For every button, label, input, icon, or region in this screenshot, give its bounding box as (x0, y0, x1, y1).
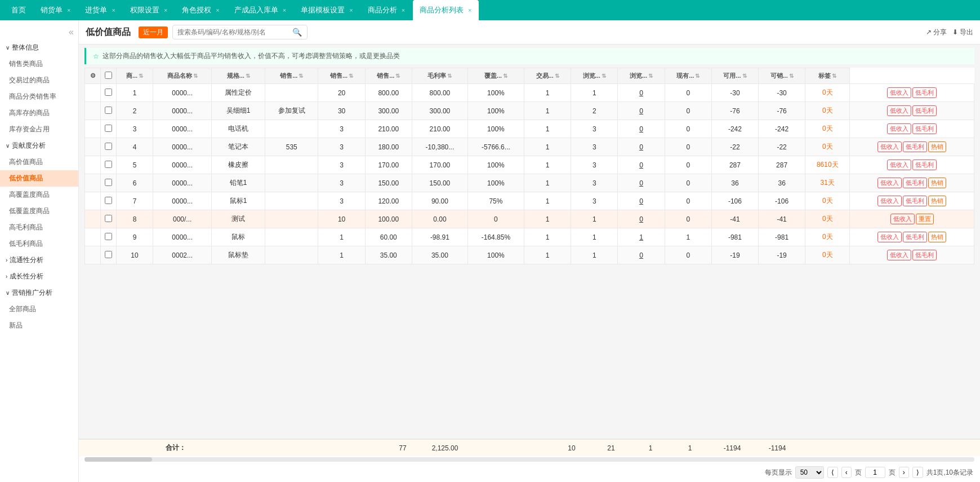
row-checkbox[interactable] (101, 210, 117, 228)
sidebar-group-贡献度分析[interactable]: ∨贡献度分析 (0, 138, 78, 154)
page-size-select[interactable]: 50 100 200 (795, 466, 824, 479)
sidebar-item-商品分类销售率[interactable]: 商品分类销售率 (0, 89, 78, 105)
sidebar-item-高价值商品[interactable]: 高价值商品 (0, 154, 78, 170)
row-checkbox[interactable] (101, 120, 117, 138)
row-select-checkbox[interactable] (105, 89, 112, 96)
sidebar-item-库存资金占用[interactable]: 库存资金占用 (0, 121, 78, 138)
sidebar-group-流通性分析[interactable]: ›流通性分析 (0, 252, 78, 268)
row-select-checkbox[interactable] (105, 107, 112, 114)
row-view1[interactable]: 0 (618, 102, 665, 120)
th-salable[interactable]: 可销...⇅ (759, 68, 805, 84)
row-view1[interactable]: 0 (618, 138, 665, 156)
nav-tab-商品分析列表[interactable]: 商品分析列表× (413, 0, 478, 20)
row-select-checkbox[interactable] (105, 215, 112, 222)
th-cov[interactable]: 覆盖...⇅ (467, 68, 524, 84)
th-qty[interactable]: 销售...⇅ (265, 68, 318, 84)
row-checkbox[interactable] (101, 102, 117, 120)
nav-tab-单据模板设置[interactable]: 单据模板设置× (294, 0, 359, 20)
sidebar-item-低价值商品[interactable]: 低价值商品 (0, 170, 78, 187)
th-avail[interactable]: 可用...⇅ (711, 68, 758, 84)
sidebar-item-低毛利商品[interactable]: 低毛利商品 (0, 236, 78, 252)
row-profit: 100% (467, 102, 524, 120)
row-checkbox[interactable] (101, 156, 117, 174)
row-select-checkbox[interactable] (105, 233, 112, 240)
th-spec[interactable]: 规格...⇅ (212, 68, 265, 84)
th-profit[interactable]: 毛利率⇅ (412, 68, 467, 84)
th-checkbox[interactable] (101, 68, 117, 84)
sidebar-item-交易过的商品[interactable]: 交易过的商品 (0, 72, 78, 89)
row-select-checkbox[interactable] (105, 251, 112, 258)
search-input[interactable] (177, 28, 290, 36)
row-select-checkbox[interactable] (105, 125, 112, 132)
row-checkbox[interactable] (101, 84, 117, 102)
top-nav: 首页销货单×进货单×权限设置×角色授权×产成品入库单×单据模板设置×商品分析×商… (0, 0, 980, 20)
nav-tab-首页[interactable]: 首页 (5, 0, 33, 20)
row-checkbox[interactable] (101, 174, 117, 192)
row-view1[interactable]: 0 (618, 174, 665, 192)
row-select-checkbox[interactable] (105, 197, 112, 204)
nav-tab-权限设置[interactable]: 权限设置× (123, 0, 174, 20)
th-view1[interactable]: 浏览...⇅ (571, 68, 618, 84)
sidebar-item-高覆盖度商品[interactable]: 高覆盖度商品 (0, 187, 78, 203)
close-icon[interactable]: × (67, 7, 70, 14)
row-select-checkbox[interactable] (105, 143, 112, 150)
close-icon[interactable]: × (216, 7, 219, 14)
row-checkbox[interactable] (101, 192, 117, 210)
th-stock[interactable]: 现有...⇅ (665, 68, 711, 84)
row-view1[interactable]: 0 (618, 192, 665, 210)
row-view1[interactable]: 0 (618, 246, 665, 264)
sidebar-group-营销推广分析[interactable]: ∨营销推广分析 (0, 285, 78, 301)
select-all-checkbox[interactable] (105, 72, 112, 79)
row-view1[interactable]: 1 (618, 228, 665, 246)
th-price[interactable]: 销售...⇅ (318, 68, 365, 84)
row-view1[interactable]: 0 (618, 120, 665, 138)
horizontal-scrollbar[interactable] (84, 457, 974, 462)
close-icon[interactable]: × (402, 7, 405, 14)
next-page-button[interactable]: › (899, 467, 909, 478)
filter-tag-button[interactable]: 近一月 (139, 26, 168, 38)
nav-tab-销货单[interactable]: 销货单× (34, 0, 77, 20)
th-tags[interactable]: 标签⇅ (805, 68, 850, 84)
search-icon[interactable]: 🔍 (292, 28, 302, 37)
prev-page-button[interactable]: ‹ (841, 467, 852, 478)
close-icon[interactable]: × (283, 7, 286, 14)
close-icon[interactable]: × (112, 7, 115, 14)
row-checkbox[interactable] (101, 138, 117, 156)
nav-tab-进货单[interactable]: 进货单× (78, 0, 122, 20)
sidebar-group-整体信息[interactable]: ∨整体信息 (0, 39, 78, 56)
sidebar-item-高库存的商品[interactable]: 高库存的商品 (0, 105, 78, 121)
row-view1[interactable]: 0 (618, 84, 665, 102)
close-icon[interactable]: × (468, 7, 471, 14)
close-icon[interactable]: × (349, 7, 353, 14)
toolbar-right: ↗ 分享 ⬇ 导出 (926, 28, 973, 37)
export-button[interactable]: ⬇ 导出 (952, 28, 973, 37)
sidebar-item-全部商品[interactable]: 全部商品 (0, 301, 78, 317)
scrollbar-thumb[interactable] (84, 457, 152, 462)
nav-tab-产成品入库单[interactable]: 产成品入库单× (228, 0, 293, 20)
close-icon[interactable]: × (164, 7, 167, 14)
nav-tab-商品分析[interactable]: 商品分析× (361, 0, 412, 20)
sidebar-item-高毛利商品[interactable]: 高毛利商品 (0, 219, 78, 236)
row-view1[interactable]: 0 (618, 210, 665, 228)
share-button[interactable]: ↗ 分享 (926, 28, 947, 37)
nav-tab-角色授权[interactable]: 角色授权× (175, 0, 226, 20)
first-page-button[interactable]: ⟨ (827, 467, 838, 478)
th-trade[interactable]: 交易...⇅ (524, 68, 571, 84)
sidebar-item-销售类商品[interactable]: 销售类商品 (0, 56, 78, 72)
row-checkbox[interactable] (101, 228, 117, 246)
sidebar-item-低覆盖度商品[interactable]: 低覆盖度商品 (0, 203, 78, 219)
th-gear[interactable]: ⚙ (85, 68, 101, 84)
th-amt[interactable]: 销售...⇅ (365, 68, 412, 84)
th-name[interactable]: 商品名称⇅ (153, 68, 211, 84)
row-view1[interactable]: 0 (618, 156, 665, 174)
sidebar-collapse-button[interactable]: « (69, 27, 74, 37)
th-view2[interactable]: 浏览...⇅ (618, 68, 665, 84)
row-checkbox[interactable] (101, 246, 117, 264)
row-select-checkbox[interactable] (105, 161, 112, 168)
row-select-checkbox[interactable] (105, 179, 112, 186)
th-code[interactable]: 商...⇅ (117, 68, 153, 84)
sidebar-item-新品[interactable]: 新品 (0, 317, 78, 334)
last-page-button[interactable]: ⟩ (912, 467, 923, 478)
sidebar-group-成长性分析[interactable]: ›成长性分析 (0, 268, 78, 285)
page-number-input[interactable] (865, 467, 885, 478)
